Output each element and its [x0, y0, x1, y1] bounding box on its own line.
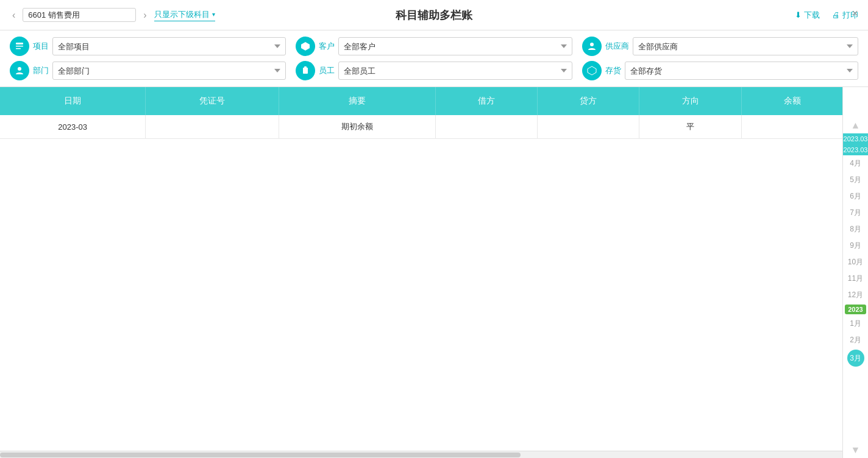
inventory-label: 存货 — [605, 65, 621, 76]
side-month-panel: ▲ 2023.03 2023.03 4月 5月 6月 7月 8月 9月 10月 … — [842, 87, 868, 458]
department-label: 部门 — [33, 65, 49, 76]
side-month-3-active[interactable]: 3月 — [847, 350, 864, 367]
title-bar: ‹ › 只显示下级科目 ▾ 科目辅助多栏账 ⬇ 下载 🖨 打印 × — [0, 0, 868, 30]
project-select[interactable]: 全部项目 — [52, 37, 286, 55]
download-button[interactable]: ⬇ 下载 — [795, 10, 820, 21]
download-icon: ⬇ — [795, 10, 802, 19]
nav-prev-button[interactable]: ‹ — [10, 9, 18, 22]
show-sub-button[interactable]: 只显示下级科目 ▾ — [154, 9, 215, 21]
customer-icon — [296, 37, 315, 56]
print-icon: 🖨 — [832, 10, 840, 19]
department-icon — [10, 61, 29, 80]
cell-debit — [435, 115, 537, 139]
table-body: 2023-03期初余额平 — [0, 115, 844, 139]
filter-item-project: 项目 全部项目 — [10, 37, 286, 56]
col-date: 日期 — [0, 87, 146, 115]
cell-direction: 平 — [639, 115, 741, 139]
supplier-label: 供应商 — [605, 41, 629, 52]
svg-point-3 — [590, 43, 594, 46]
main-table: 日期 凭证号 摘要 借方 贷方 方向 余额 2023-03期初余额平 — [0, 87, 844, 139]
cell-voucher — [146, 115, 279, 139]
filter-item-employee: 员工 全部员工 — [296, 61, 572, 80]
main-window: ‹ › 只显示下级科目 ▾ 科目辅助多栏账 ⬇ 下载 🖨 打印 × — [0, 0, 868, 458]
department-select[interactable]: 全部部门 — [52, 62, 286, 80]
col-voucher: 凭证号 — [146, 87, 279, 115]
customer-select[interactable]: 全部客户 — [338, 37, 572, 55]
side-month-2023-03-top2[interactable]: 2023.03 — [843, 144, 868, 155]
col-balance: 余额 — [741, 87, 843, 115]
cell-balance — [741, 115, 843, 139]
side-month-2[interactable]: 2月 — [843, 332, 868, 348]
side-month-2023-03-top1[interactable]: 2023.03 — [843, 133, 868, 144]
side-month-6[interactable]: 6月 — [843, 188, 868, 205]
side-month-4[interactable]: 4月 — [843, 155, 868, 172]
project-label: 项目 — [33, 41, 49, 52]
employee-label: 员工 — [319, 65, 335, 76]
col-credit: 贷方 — [538, 87, 639, 115]
side-month-5[interactable]: 5月 — [843, 172, 868, 188]
filter-area: 项目 全部项目 客户 全部客户 供应商 全部供 — [0, 30, 868, 87]
side-month-11[interactable]: 11月 — [843, 270, 868, 287]
inventory-icon — [582, 61, 602, 80]
svg-point-4 — [18, 67, 21, 71]
customer-label: 客户 — [319, 41, 335, 52]
filter-item-supplier: 供应商 全部供应商 — [582, 37, 858, 56]
supplier-icon — [582, 37, 602, 56]
show-sub-label: 只显示下级科目 — [154, 9, 210, 20]
page-title: 科目辅助多栏账 — [396, 8, 472, 23]
col-direction: 方向 — [639, 87, 741, 115]
cell-date: 2023-03 — [0, 115, 146, 139]
supplier-select[interactable]: 全部供应商 — [633, 37, 858, 55]
year-badge-2023[interactable]: 2023 — [845, 305, 866, 314]
col-debit: 借方 — [435, 87, 537, 115]
col-summary: 摘要 — [279, 87, 435, 115]
table-row: 2023-03期初余额平 — [0, 115, 844, 139]
side-month-8[interactable]: 8月 — [843, 221, 868, 238]
filter-item-customer: 客户 全部客户 — [296, 37, 572, 56]
horizontal-scrollbar[interactable] — [0, 451, 868, 458]
side-month-7[interactable]: 7月 — [843, 205, 868, 221]
employee-select[interactable]: 全部员工 — [338, 62, 572, 80]
side-down-arrow[interactable]: ▼ — [851, 442, 861, 458]
side-month-12[interactable]: 12月 — [843, 287, 868, 303]
table-wrapper: 日期 凭证号 摘要 借方 贷方 方向 余额 2023-03期初余额平 — [0, 87, 844, 451]
title-bar-right: ⬇ 下载 🖨 打印 × — [795, 10, 858, 21]
scrollbar-thumb[interactable] — [0, 453, 521, 457]
filter-item-department: 部门 全部部门 — [10, 61, 286, 80]
side-month-1[interactable]: 1月 — [843, 315, 868, 332]
title-bar-left: ‹ › 只显示下级科目 ▾ — [10, 8, 215, 22]
side-month-9[interactable]: 9月 — [843, 238, 868, 254]
filter-row-1: 项目 全部项目 客户 全部客户 供应商 全部供 — [10, 37, 858, 56]
inventory-select[interactable]: 全部存货 — [625, 62, 858, 80]
nav-next-button[interactable]: › — [141, 9, 149, 22]
side-up-arrow[interactable]: ▲ — [851, 118, 861, 133]
project-icon — [10, 37, 29, 56]
cell-credit — [538, 115, 639, 139]
svg-rect-0 — [16, 43, 23, 44]
filter-row-2: 部门 全部部门 员工 全部员工 存货 全部存货 — [10, 61, 858, 80]
svg-rect-5 — [303, 68, 308, 74]
svg-rect-6 — [304, 66, 307, 68]
account-code-input[interactable] — [23, 8, 136, 22]
svg-rect-1 — [16, 46, 23, 47]
employee-icon — [296, 61, 315, 80]
show-sub-arrow-icon: ▾ — [212, 11, 215, 18]
close-button[interactable]: × — [852, 7, 858, 20]
table-header-row: 日期 凭证号 摘要 借方 贷方 方向 余额 — [0, 87, 844, 115]
side-month-10[interactable]: 10月 — [843, 254, 868, 270]
cell-summary: 期初余额 — [279, 115, 435, 139]
download-label: 下载 — [804, 10, 820, 21]
filter-item-inventory: 存货 全部存货 — [582, 61, 858, 80]
svg-rect-2 — [16, 48, 21, 49]
